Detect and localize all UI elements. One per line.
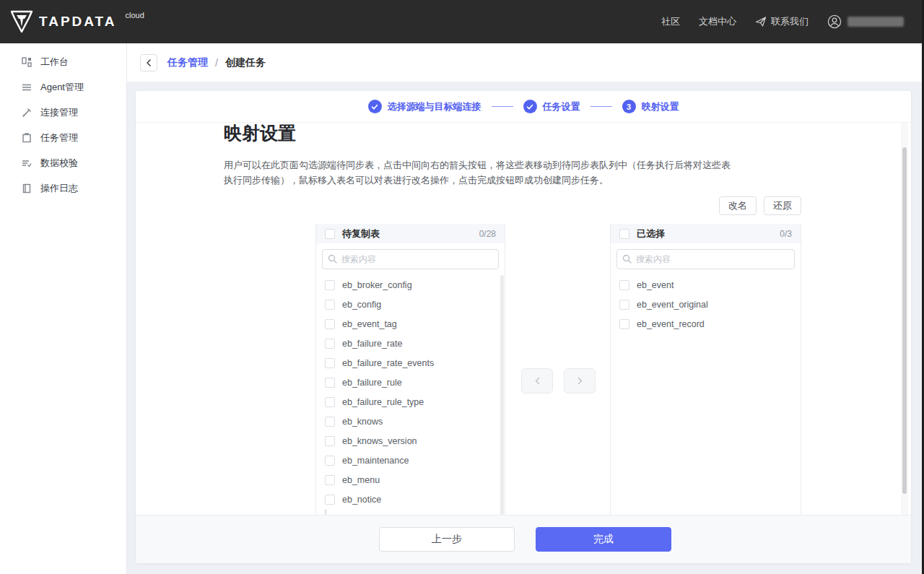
- source-panel-header: 待复制表 0/28: [316, 224, 505, 243]
- selected-search-input[interactable]: [616, 249, 795, 269]
- selected-panel-header: 已选择 0/3: [611, 224, 801, 243]
- user-avatar-icon: [827, 14, 842, 29]
- selected-search: [616, 249, 795, 269]
- row-checkbox[interactable]: [325, 280, 335, 290]
- nav-docs-link[interactable]: 文档中心: [699, 15, 736, 28]
- dashboard-icon: [22, 57, 32, 67]
- app-root: TAPDATA cloud 社区 文档中心 联系我们: [0, 0, 924, 574]
- source-search-input[interactable]: [322, 249, 499, 269]
- sidebar-item-workbench[interactable]: 工作台: [0, 49, 126, 74]
- source-table-row[interactable]: eb_maintenance: [316, 451, 505, 470]
- sidebar-item-logs[interactable]: 操作日志: [0, 175, 126, 201]
- row-checkbox[interactable]: [325, 300, 335, 310]
- source-table-row[interactable]: eb_broker_config: [316, 275, 505, 295]
- table-name: eb_maintenance: [342, 456, 409, 466]
- sidebar-item-connections[interactable]: 连接管理: [0, 100, 126, 125]
- select-all-source-checkbox[interactable]: [325, 229, 335, 239]
- selected-table-row[interactable]: eb_event: [611, 275, 801, 295]
- sidebar-item-data-validation[interactable]: 数据校验: [0, 150, 126, 175]
- selected-table-row[interactable]: eb_event_original: [611, 295, 801, 314]
- sidebar-label: 工作台: [40, 56, 69, 69]
- table-name: eb_failure_rule_type: [342, 397, 424, 407]
- source-table-row[interactable]: eb_menu: [316, 470, 505, 490]
- table-name: eb_failure_rate_events: [342, 358, 434, 368]
- page-title: 映射设置: [224, 121, 296, 145]
- link-icon: [22, 108, 32, 118]
- clipboard-icon: [22, 133, 32, 143]
- source-table-row[interactable]: eb_config: [316, 295, 505, 314]
- breadcrumb-parent-link[interactable]: 任务管理: [167, 56, 208, 69]
- source-list-scrollbar[interactable]: [500, 275, 504, 515]
- row-checkbox[interactable]: [325, 339, 335, 349]
- step-3-mapping[interactable]: 3 映射设置: [622, 100, 679, 113]
- card-scrollbar-thumb[interactable]: [902, 147, 907, 494]
- step-3-label: 映射设置: [642, 100, 679, 113]
- nav-contact-link[interactable]: 联系我们: [755, 15, 808, 28]
- list-icon: [22, 82, 32, 92]
- breadcrumb-separator: /: [215, 57, 218, 69]
- source-table-row[interactable]: eb_knows_version: [316, 431, 505, 451]
- chevron-left-icon: [533, 377, 541, 385]
- source-table-row[interactable]: eb_failure_rate_events: [316, 353, 505, 373]
- selected-table-row[interactable]: eb_event_record: [611, 314, 801, 334]
- description-line-1: 用户可以在此页面勾选源端待同步表，点击中间向右的箭头按钮，将这些表移动到待同步表…: [224, 160, 731, 170]
- row-checkbox[interactable]: [325, 509, 326, 515]
- brand-name: TAPDATA: [39, 8, 117, 35]
- source-table-row[interactable]: eb_event_tag: [316, 314, 505, 334]
- sidebar-label: 任务管理: [40, 131, 78, 144]
- source-table-list: eb_broker_config eb_config eb_event_tag: [316, 275, 505, 509]
- source-table-row[interactable]: eb_failure_rule_type: [316, 392, 505, 412]
- wizard-card: 选择源端与目标端连接 任务设置 3 映射设置 映射设置 用户可以在此页面勾选源端…: [136, 91, 911, 563]
- row-checkbox[interactable]: [325, 417, 335, 427]
- source-table-row[interactable]: eb_failure_rate: [316, 334, 505, 353]
- sidebar-item-agent[interactable]: Agent管理: [0, 74, 126, 100]
- step-3-number: 3: [622, 100, 636, 113]
- sidebar-item-tasks[interactable]: 任务管理: [0, 125, 126, 150]
- row-checkbox[interactable]: [619, 319, 629, 329]
- rename-button[interactable]: 改名: [719, 196, 757, 215]
- selected-tables-panel: 已选择 0/3 eb_event: [610, 224, 801, 515]
- source-table-row[interactable]: eb_knows: [316, 412, 505, 431]
- source-table-row-partial[interactable]: [325, 510, 326, 515]
- step-connector: [492, 106, 513, 107]
- row-checkbox[interactable]: [325, 456, 335, 466]
- row-checkbox[interactable]: [325, 495, 335, 505]
- move-left-button[interactable]: [521, 368, 553, 393]
- step-2-task-settings[interactable]: 任务设置: [523, 100, 580, 113]
- sidebar-label: 连接管理: [40, 106, 78, 119]
- select-all-selected-checkbox[interactable]: [619, 229, 629, 239]
- sidebar-label: 数据校验: [40, 157, 78, 170]
- previous-step-button[interactable]: 上一步: [379, 527, 515, 552]
- source-table-row[interactable]: eb_failure_rule: [316, 373, 505, 392]
- table-name: eb_broker_config: [342, 280, 412, 290]
- finish-button[interactable]: 完成: [536, 527, 671, 552]
- search-icon: [622, 254, 632, 264]
- table-name: eb_event_record: [637, 319, 705, 329]
- chevron-right-icon: [576, 377, 584, 385]
- row-checkbox[interactable]: [325, 319, 335, 329]
- row-checkbox[interactable]: [325, 378, 335, 388]
- wizard-footer: 上一步 完成: [136, 515, 911, 563]
- data-check-icon: [22, 158, 32, 168]
- row-checkbox[interactable]: [619, 300, 629, 310]
- selected-panel-title: 已选择: [637, 227, 772, 240]
- row-checkbox[interactable]: [325, 475, 335, 485]
- sidebar-label: 操作日志: [40, 182, 78, 195]
- source-table-row[interactable]: eb_notice: [316, 490, 505, 509]
- restore-button[interactable]: 还原: [764, 196, 801, 215]
- source-tables-panel: 待复制表 0/28 eb_broker_config: [315, 224, 505, 515]
- source-search: [322, 249, 499, 269]
- user-account[interactable]: [827, 14, 904, 29]
- navbar-right: 社区 文档中心 联系我们: [661, 14, 904, 29]
- row-checkbox[interactable]: [325, 436, 335, 446]
- move-right-button[interactable]: [564, 368, 596, 393]
- nav-community-link[interactable]: 社区: [661, 15, 680, 28]
- username-redacted: [847, 17, 904, 27]
- source-panel-count: 0/28: [479, 229, 496, 239]
- row-checkbox[interactable]: [325, 358, 335, 368]
- brand-logo[interactable]: TAPDATA cloud: [10, 8, 144, 35]
- back-button[interactable]: [140, 54, 157, 71]
- step-1-source-target[interactable]: 选择源端与目标端连接: [368, 100, 481, 113]
- row-checkbox[interactable]: [619, 280, 629, 290]
- row-checkbox[interactable]: [325, 397, 335, 407]
